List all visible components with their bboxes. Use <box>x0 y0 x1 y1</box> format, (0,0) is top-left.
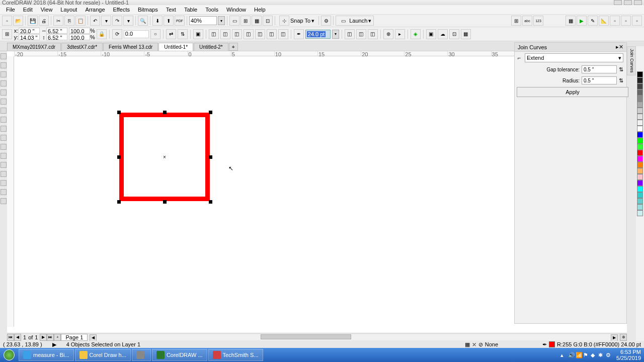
export-button[interactable]: ⬆ <box>164 16 174 26</box>
color-swatch[interactable] <box>637 198 643 204</box>
apply-button[interactable]: Apply <box>517 87 628 97</box>
hscroll-left[interactable]: ◀ <box>90 334 97 341</box>
tool-c[interactable]: 123 <box>533 16 543 26</box>
tool-a[interactable]: ⊞ <box>511 16 521 26</box>
order-front[interactable]: ▣ <box>193 29 203 39</box>
scale-x[interactable]: 100.0 <box>69 28 90 34</box>
tray-icon[interactable]: 🔊 <box>568 352 574 358</box>
search-button[interactable]: 🔍 <box>138 16 148 26</box>
outline-tool[interactable] <box>1 198 7 204</box>
tray-icon[interactable]: ▴ <box>560 352 567 358</box>
tray-icon[interactable]: 📶 <box>576 352 582 358</box>
color-swatch[interactable] <box>637 108 643 114</box>
color-swatch[interactable] <box>637 210 643 216</box>
start-button[interactable] <box>0 348 18 362</box>
taskbar-item[interactable] <box>132 349 151 361</box>
eyedropper-tool[interactable] <box>1 180 7 186</box>
crop-tool[interactable] <box>1 71 7 77</box>
tool-l[interactable]: ⊕ <box>383 29 393 39</box>
navigator-button[interactable]: ⊕ <box>620 334 627 341</box>
cut-button[interactable]: ✂ <box>53 16 63 26</box>
first-page[interactable]: ⏮ <box>7 334 14 341</box>
trim-button[interactable]: ◫ <box>220 29 230 39</box>
taskbar-item[interactable]: measure - Bi... <box>19 349 74 361</box>
back-minus-front[interactable]: ◫ <box>267 29 277 39</box>
color-swatch[interactable] <box>637 114 643 120</box>
nav-arrow-icon[interactable]: ▶ <box>52 341 56 348</box>
height-field[interactable]: 6.52 " <box>46 34 67 40</box>
rotation-field[interactable]: 0.0 <box>124 30 149 38</box>
color-swatch[interactable] <box>637 132 643 138</box>
tool-m[interactable]: ▸ <box>395 29 405 39</box>
zoom-tool[interactable] <box>1 80 7 86</box>
pick-tool[interactable] <box>1 53 7 59</box>
tray-icon[interactable]: ◆ <box>591 352 597 358</box>
fill-tool[interactable] <box>1 189 7 195</box>
color-swatch[interactable] <box>637 83 643 89</box>
import-button[interactable]: ⬇ <box>152 16 163 26</box>
zoom-dropdown[interactable]: ▾ <box>218 16 225 25</box>
color-swatch[interactable] <box>637 156 643 162</box>
horizontal-scrollbar[interactable]: ◀ ▶ <box>90 334 618 340</box>
lock-ratio[interactable]: 🔒 <box>97 29 107 39</box>
launch-dropdown[interactable]: ▭ Launch▾ <box>336 16 374 26</box>
menu-file[interactable]: File <box>2 7 19 13</box>
color-swatch[interactable] <box>637 96 643 102</box>
scale-y[interactable]: 100.0 <box>69 34 90 40</box>
menu-edit[interactable]: Edit <box>19 7 37 13</box>
tool-g[interactable]: ▫ <box>610 16 620 26</box>
tool-p[interactable]: ⊡ <box>449 29 459 39</box>
x-position[interactable]: 20.0 " <box>19 28 40 34</box>
redo-drop[interactable]: ▾ <box>123 16 133 26</box>
wrap-text[interactable]: ◫ <box>345 29 355 39</box>
tool-j[interactable]: ◫ <box>356 29 366 39</box>
color-swatch[interactable] <box>637 144 643 150</box>
doc-tab-2[interactable]: Ferris Wheel 13.cdr <box>103 43 158 51</box>
menu-table[interactable]: Table <box>180 7 201 13</box>
tray-icon[interactable]: ⚑ <box>583 352 589 358</box>
handle-tc[interactable] <box>163 111 167 114</box>
undo-button[interactable]: ↶ <box>90 16 100 26</box>
doc-tab-3[interactable]: Untitled-1* <box>158 43 193 51</box>
handle-bc[interactable] <box>163 200 167 204</box>
doc-tab-0[interactable]: MXmay2019X7.cdr <box>7 43 61 51</box>
paste-button[interactable]: 📋 <box>75 16 86 26</box>
menu-text[interactable]: Text <box>162 7 180 13</box>
text-tool[interactable] <box>1 135 7 141</box>
doc-tab-4[interactable]: Untitled-2* <box>194 43 228 51</box>
grid-button[interactable]: ▦ <box>252 16 262 26</box>
menu-view[interactable]: View <box>37 7 57 13</box>
tool-k[interactable]: ◫ <box>368 29 378 39</box>
color-swatch[interactable] <box>637 180 643 186</box>
tray-icon[interactable]: ✱ <box>598 352 604 358</box>
snap-to-dropdown[interactable]: ⊹ Snap To▾ <box>277 16 316 26</box>
new-button[interactable]: ▫ <box>2 16 12 26</box>
taskbar-item[interactable]: Corel Draw h... <box>75 349 131 361</box>
color-swatch[interactable] <box>637 204 643 210</box>
menu-layout[interactable]: Layout <box>56 7 81 13</box>
docker-tab-join-curves[interactable]: Join Curves <box>627 46 636 75</box>
last-page[interactable]: ⏭ <box>47 334 54 341</box>
new-doc-tab[interactable]: + <box>229 43 238 51</box>
hscroll-right[interactable]: ▶ <box>611 334 618 341</box>
page-tab[interactable]: Page 1 <box>61 334 88 341</box>
spinner-icon[interactable]: ⇅ <box>619 66 623 73</box>
color-swatch[interactable] <box>637 174 643 180</box>
tray-icon[interactable]: ⚙ <box>606 352 612 358</box>
play-button[interactable]: ▶ <box>577 16 587 26</box>
menu-help[interactable]: Help <box>250 7 270 13</box>
width-field[interactable]: 6.52 " <box>46 28 67 34</box>
handle-br[interactable] <box>209 200 212 204</box>
color-swatch[interactable] <box>637 186 643 192</box>
undo-drop[interactable]: ▾ <box>101 16 111 26</box>
gap-tolerance-field[interactable] <box>582 65 617 73</box>
rulers-button[interactable]: ⊞ <box>240 16 251 26</box>
fullscreen-button[interactable]: ▭ <box>229 16 239 26</box>
transparency-tool[interactable] <box>1 171 7 177</box>
color-swatch[interactable] <box>637 77 643 83</box>
zoom-level[interactable]: 40% <box>189 16 217 25</box>
color-swatch[interactable] <box>637 138 643 144</box>
menu-arrange[interactable]: Arrange <box>81 7 109 13</box>
maximize-button[interactable] <box>624 0 632 5</box>
handle-tr[interactable] <box>209 111 212 114</box>
